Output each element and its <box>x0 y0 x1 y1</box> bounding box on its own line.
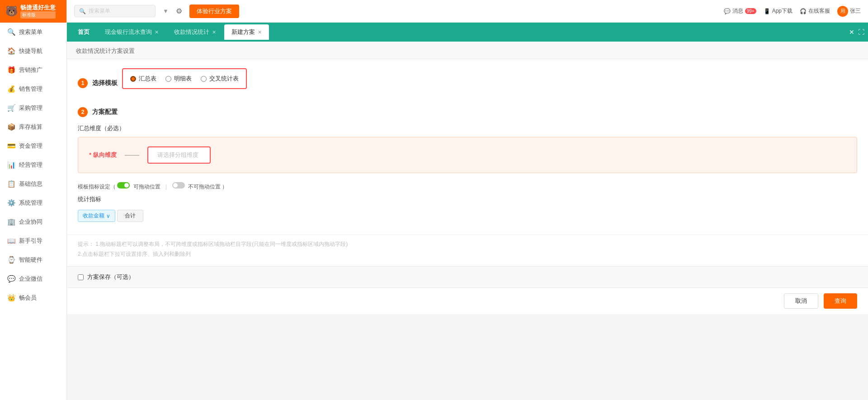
sidebar-item-enterprise[interactable]: 🏢 企业协同 <box>0 212 66 231</box>
message-item[interactable]: 💬 消息 99+ <box>724 7 756 15</box>
dimension-select[interactable]: 请选择分组维度 <box>147 146 211 164</box>
operations-icon: 📊 <box>7 161 15 169</box>
search-menu-icon: 🔍 <box>7 28 15 36</box>
dimension-placeholder: 请选择分组维度 <box>157 151 198 158</box>
service-label: 在线客服 <box>808 7 830 15</box>
settings-icon[interactable]: ⚙ <box>176 7 182 15</box>
step1-label: 选择模板 <box>92 79 118 87</box>
template-section: 汇总表 明细表 交叉统计表 <box>122 68 247 89</box>
dropdown-arrow-icon[interactable]: ▼ <box>163 8 169 14</box>
tabbar: 首页 现金银行流水查询 ✕ 收款情况统计 ✕ 新建方案 ✕ ✕ ⛶ <box>67 23 868 42</box>
tab-collection-stat-close[interactable]: ✕ <box>212 29 216 35</box>
save-label[interactable]: 方案保存（可选） <box>87 273 134 281</box>
content-area: 收款情况统计方案设置 1 选择模板 汇总表 <box>67 42 868 400</box>
metric-dropdown-icon[interactable]: ∨ <box>106 213 110 219</box>
sidebar-item-inventory[interactable]: 📦 库存核算 <box>0 118 66 136</box>
dimension-arrow: —— <box>125 151 139 159</box>
tab-bank-flow-label: 现金银行流水查询 <box>105 28 152 36</box>
sidebar-label-purchase: 采购管理 <box>19 104 42 112</box>
radio-summary-input[interactable] <box>130 76 136 82</box>
radio-summary[interactable]: 汇总表 <box>130 75 156 83</box>
sidebar-label-enterprise: 企业协同 <box>19 218 42 226</box>
user-item[interactable]: 用 张三 <box>837 6 861 17</box>
sidebar-label-marketing: 营销推广 <box>19 66 42 74</box>
member-icon: 👑 <box>7 294 15 302</box>
sidebar-item-marketing[interactable]: 🎁 营销推广 <box>0 61 66 80</box>
footer-bar: 取消 查询 <box>67 287 868 314</box>
message-icon: 💬 <box>724 8 731 14</box>
dimension-row: * 纵向维度 —— 请选择分组维度 <box>89 146 846 164</box>
tab-bank-flow-close[interactable]: ✕ <box>155 29 159 35</box>
tab-new-plan-close[interactable]: ✕ <box>258 29 262 35</box>
page-title: 收款情况统计方案设置 <box>67 42 868 59</box>
sidebar-item-member[interactable]: 👑 畅会员 <box>0 288 66 307</box>
sidebar: 🐻 畅捷通好生意 标准版 🔍 搜索菜单 🏠 快捷导航 🎁 营销推广 💰 销售管理… <box>0 0 67 400</box>
sidebar-item-guide[interactable]: 📖 新手引导 <box>0 231 66 250</box>
user-name: 张三 <box>850 7 861 15</box>
topbar: 🔍 搜索菜单 ▼ ⚙ 体验行业方案 💬 消息 99+ 📱 App下载 🎧 在线客… <box>67 0 868 23</box>
logo-icon: 🐻 <box>5 5 18 17</box>
download-item[interactable]: 📱 App下载 <box>764 7 793 15</box>
sidebar-label-wechat: 企业微信 <box>19 275 42 283</box>
marketing-icon: 🎁 <box>7 66 15 74</box>
tab-collection-stat[interactable]: 收款情况统计 ✕ <box>167 24 223 40</box>
search-box[interactable]: 🔍 搜索菜单 <box>74 5 156 17</box>
service-icon: 🎧 <box>800 8 807 14</box>
sidebar-item-operations[interactable]: 📊 经营管理 <box>0 155 66 174</box>
sidebar-item-system[interactable]: ⚙️ 系统管理 <box>0 193 66 212</box>
sidebar-label-guide: 新手引导 <box>19 237 42 245</box>
sidebar-item-quick-nav[interactable]: 🏠 快捷导航 <box>0 42 66 61</box>
sidebar-item-basic-info[interactable]: 📋 基础信息 <box>0 174 66 193</box>
query-button[interactable]: 查询 <box>824 293 857 309</box>
tab-close-all-btn[interactable]: ✕ <box>849 28 854 36</box>
step1-circle: 1 <box>78 78 88 88</box>
service-item[interactable]: 🎧 在线客服 <box>800 7 830 15</box>
sidebar-item-smart-hw[interactable]: ⌚ 智能硬件 <box>0 250 66 269</box>
sidebar-logo: 🐻 畅捷通好生意 标准版 <box>0 0 66 23</box>
sidebar-label-sales: 销售管理 <box>19 85 42 93</box>
user-avatar: 用 <box>837 6 848 17</box>
save-checkbox[interactable] <box>78 274 84 280</box>
enterprise-icon: 🏢 <box>7 218 15 226</box>
tab-new-plan[interactable]: 新建方案 ✕ <box>224 24 269 40</box>
cancel-button[interactable]: 取消 <box>784 293 818 309</box>
sidebar-label-basic-info: 基础信息 <box>19 180 42 188</box>
metric-total: 合计 <box>117 210 143 222</box>
inventory-icon: 📦 <box>7 123 15 131</box>
non-draggable-toggle[interactable] <box>172 182 185 188</box>
draggable-toggle[interactable] <box>117 182 130 188</box>
metrics-label: 统计指标 <box>78 195 857 203</box>
radio-detail-input[interactable] <box>165 76 171 82</box>
radio-cross[interactable]: 交叉统计表 <box>201 75 239 83</box>
system-icon: ⚙️ <box>7 199 15 207</box>
download-label: App下载 <box>772 7 793 15</box>
metrics-header: 模板指标设定（ 可拖动位置 | 不可拖动位置 ） <box>78 182 857 191</box>
logo-name: 畅捷通好生意 <box>20 4 56 11</box>
metrics-section: 模板指标设定（ 可拖动位置 | 不可拖动位置 ） 统计指标 <box>78 182 857 222</box>
sidebar-item-finance[interactable]: 💳 资金管理 <box>0 136 66 155</box>
tab-fullscreen-btn[interactable]: ⛶ <box>858 28 864 36</box>
sidebar-item-search-menu[interactable]: 🔍 搜索菜单 <box>0 23 66 42</box>
sidebar-label-inventory: 库存核算 <box>19 123 42 131</box>
metric-tag[interactable]: 收款金额 ∨ <box>78 210 115 222</box>
quick-nav-icon: 🏠 <box>7 47 15 55</box>
save-section: 方案保存（可选） <box>67 266 868 287</box>
industry-btn[interactable]: 体验行业方案 <box>189 5 239 18</box>
sidebar-item-sales[interactable]: 💰 销售管理 <box>0 80 66 99</box>
tips-section: 提示： 1.拖动标题栏可以调整布局，不可跨维度或指标区域拖动栏目字段(只能在同一… <box>67 235 868 266</box>
sidebar-label-smart-hw: 智能硬件 <box>19 256 42 264</box>
radio-group: 汇总表 明细表 交叉统计表 <box>130 75 239 83</box>
tab-bank-flow[interactable]: 现金银行流水查询 ✕ <box>98 24 166 40</box>
sidebar-item-purchase[interactable]: 🛒 采购管理 <box>0 99 66 118</box>
tip-1: 提示： 1.拖动标题栏可以调整布局，不可跨维度或指标区域拖动栏目字段(只能在同一… <box>78 240 857 249</box>
radio-cross-input[interactable] <box>201 76 207 82</box>
radio-detail[interactable]: 明细表 <box>165 75 192 83</box>
tab-home[interactable]: 首页 <box>71 24 97 40</box>
sidebar-item-wechat[interactable]: 💬 企业微信 <box>0 269 66 288</box>
radio-detail-label: 明细表 <box>174 75 192 83</box>
form-section: 1 选择模板 汇总表 明细表 <box>67 59 868 231</box>
sidebar-label-member: 畅会员 <box>19 294 37 302</box>
metric-tag-label: 收款金额 <box>83 212 104 220</box>
finance-icon: 💳 <box>7 142 15 150</box>
tabbar-right: ✕ ⛶ <box>849 28 864 36</box>
